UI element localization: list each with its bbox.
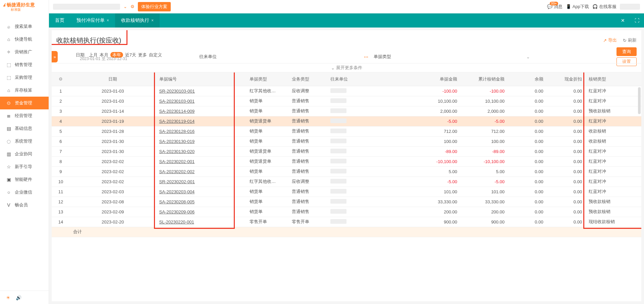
table-row[interactable]: 22023-01-03SA-20230103-001销货单普通销售10,100.… xyxy=(52,96,641,106)
sidebar-item-9[interactable]: ◌系统管理 xyxy=(0,135,49,148)
sidebar-item-icon: ⌂ xyxy=(6,88,11,93)
sidebar-item-13[interactable]: ○企业微信 xyxy=(0,186,49,199)
doc-link[interactable]: SA-20230114-009 xyxy=(159,109,195,114)
user-placeholder[interactable] xyxy=(620,4,640,10)
col-header-6[interactable]: 累计核销金额 xyxy=(461,72,508,86)
doc-link[interactable]: SA-20230203-004 xyxy=(159,189,195,194)
sidebar-item-12[interactable]: ▣智能硬件 xyxy=(0,173,49,186)
doc-link[interactable]: SA-20230202-002 xyxy=(159,169,195,174)
sidebar-item-icon: ▤ xyxy=(6,126,11,131)
sidebar-item-label: 销售管理 xyxy=(15,62,32,68)
table-row[interactable]: 102023-02-02SR-20230202-001红字其他收…应收调整-5.… xyxy=(52,176,641,187)
sidebar-item-8[interactable]: ▤基础信息 xyxy=(0,122,49,135)
doc-link[interactable]: SA-20230130-019 xyxy=(159,139,195,144)
sidebar-item-3[interactable]: ⬚销售管理 xyxy=(0,58,49,71)
sidebar-item-label: 畅会员 xyxy=(15,202,28,208)
doc-link[interactable]: SA-20230103-001 xyxy=(159,99,195,104)
sidebar-item-label: 经营管理 xyxy=(15,113,32,119)
col-header-8[interactable]: 现金折扣 xyxy=(547,72,585,86)
doc-link[interactable]: SR-20230103-001 xyxy=(159,89,195,94)
data-table: ⚙日期单据编号单据类型业务类型往来单位单据金额累计核销金额余额现金折扣核销类型 … xyxy=(52,72,641,237)
sidebar-item-icon: ≣ xyxy=(6,113,11,118)
sidebar-item-label: 搜索菜单 xyxy=(15,23,32,30)
sidebar-item-6[interactable]: ⊙资金管理 xyxy=(0,97,49,109)
doc-link[interactable]: SA-20230128-016 xyxy=(159,129,195,134)
unit-picker-icon[interactable]: ⋯ xyxy=(364,54,369,59)
tab-1[interactable]: 预付冲应付单× xyxy=(70,13,115,28)
refresh-button[interactable]: ↻ 刷新 xyxy=(623,37,637,43)
tab-2[interactable]: 收款核销执行× xyxy=(115,13,160,28)
col-header-9[interactable]: 核销类型 xyxy=(585,72,641,86)
unit-placeholder xyxy=(330,199,346,204)
col-header-1[interactable]: 单据编号 xyxy=(156,72,246,86)
table-scrollbar[interactable] xyxy=(638,87,641,114)
table-row[interactable]: 122023-02-08SA-20230208-005销货单普通销售33,330… xyxy=(52,197,641,207)
table-row[interactable]: 112023-02-03SA-20230203-004销货单普通销售101.00… xyxy=(52,187,641,197)
sidebar-item-5[interactable]: ⌂库存核算 xyxy=(0,84,49,97)
sound-icon[interactable]: 🔊 xyxy=(16,295,21,300)
brand-icon: 𝒷 xyxy=(3,2,5,8)
company-chevron-down-icon[interactable]: ⌄ xyxy=(123,4,127,9)
unit-placeholder xyxy=(330,139,346,143)
table-row[interactable]: 72023-01-30SA-20230130-020销货退货单普通销售-89.0… xyxy=(52,146,641,156)
type-chevron-down-icon[interactable]: ⌄ xyxy=(526,54,530,59)
fullscreen-icon[interactable]: ⛶ xyxy=(630,13,644,28)
doc-link[interactable]: SA-20230119-014 xyxy=(159,119,195,124)
tab-0[interactable]: 首页 xyxy=(49,13,70,28)
theme-icon[interactable]: ☀ xyxy=(6,295,10,300)
company-settings-icon[interactable]: ⚙ xyxy=(130,4,135,9)
sidebar-item-11[interactable]: ☆新手引导 xyxy=(0,160,49,173)
sidebar-item-icon: ✧ xyxy=(6,49,11,55)
sidebar-item-icon: ☆ xyxy=(6,164,11,169)
col-header-0[interactable]: 日期 xyxy=(70,72,156,86)
tab-close-all-icon[interactable]: ✕ xyxy=(616,13,630,28)
filter-collapse-icon[interactable]: » xyxy=(52,51,58,62)
col-header-5[interactable]: 单据金额 xyxy=(422,72,461,86)
col-header-7[interactable]: 余额 xyxy=(508,72,546,86)
title-bar: 收款核销执行(按应收) ↗ 导出 ↻ 刷新 xyxy=(52,30,641,50)
sidebar-item-7[interactable]: ≣经营管理 xyxy=(0,109,49,122)
col-header-3[interactable]: 业务类型 xyxy=(288,72,327,86)
app-download-link[interactable]: 📱 App下载 xyxy=(566,4,589,10)
table-row[interactable]: 132023-02-09SA-20230209-006销货单普通销售200.00… xyxy=(52,207,641,217)
sidebar-item-1[interactable]: ⌂快捷导航 xyxy=(0,33,49,46)
table-row[interactable]: 142023-02-20SL-20230220-001零售开单零售开单900.0… xyxy=(52,217,641,227)
tab-close-icon[interactable]: × xyxy=(107,18,109,23)
doc-link[interactable]: SR-20230202-001 xyxy=(159,179,195,184)
sidebar-item-label: 库存核算 xyxy=(15,87,32,93)
table-row[interactable]: 42023-01-19SA-20230119-014销货退货单普通销售-5.00… xyxy=(52,116,641,126)
filter-bar: » 日期 上月本月本年近7天更多自定义 2023-01-01 至 2023-12… xyxy=(52,50,641,63)
sidebar-item-4[interactable]: ⬚采购管理 xyxy=(0,71,49,84)
table-row[interactable]: 92023-02-02SA-20230202-002销货单普通销售5.005.0… xyxy=(52,166,641,176)
table-row[interactable]: 32023-01-14SA-20230114-009销货单普通销售2,000.0… xyxy=(52,106,641,116)
unit-input[interactable] xyxy=(221,54,364,59)
experience-button[interactable]: 体验行业方案 xyxy=(138,2,171,11)
unit-placeholder xyxy=(330,149,346,153)
sidebar-item-icon: ◌ xyxy=(6,139,11,144)
online-service-link[interactable]: 🎧 在线客服 xyxy=(592,4,616,10)
messages-link[interactable]: 99+💬 消息 xyxy=(547,4,562,10)
sidebar-item-14[interactable]: V畅会员 xyxy=(0,199,49,211)
export-button[interactable]: ↗ 导出 xyxy=(603,37,617,43)
unit-label: 往来单位 xyxy=(199,54,217,60)
col-header-4[interactable]: 往来单位 xyxy=(327,72,422,86)
doc-link[interactable]: SL-20230220-001 xyxy=(159,219,194,224)
doc-link[interactable]: SA-20230209-006 xyxy=(159,209,195,214)
topbar: ⌄ ⚙ 体验行业方案 99+💬 消息 📱 App下载 🎧 在线客服 xyxy=(49,0,644,13)
col-header-2[interactable]: 单据类型 xyxy=(246,72,288,86)
sidebar-item-icon: ⊙ xyxy=(6,100,11,106)
tab-close-icon[interactable]: × xyxy=(151,18,154,23)
doc-link[interactable]: SA-20230208-005 xyxy=(159,199,195,204)
table-row[interactable]: 82023-02-02SA-20230202-001销货退货单普通销售-10,1… xyxy=(52,156,641,166)
table-row[interactable]: 52023-01-28SA-20230128-016销货单普通销售712.007… xyxy=(52,126,641,136)
sidebar-item-0[interactable]: ⌕搜索菜单 xyxy=(0,20,49,33)
table-row[interactable]: 62023-01-30SA-20230130-019销货单普通销售100.001… xyxy=(52,136,641,146)
expand-filters[interactable]: ⌄展开更多条件 xyxy=(52,63,641,72)
doc-link[interactable]: SA-20230130-020 xyxy=(159,149,195,154)
sidebar-item-2[interactable]: ✧营销推广 xyxy=(0,46,49,58)
sidebar-item-icon: ⌂ xyxy=(6,37,11,42)
table-row[interactable]: 12023-01-03SR-20230103-001红字其他收…应收调整-100… xyxy=(52,86,641,96)
sidebar-item-10[interactable]: ▥企业协同 xyxy=(0,148,49,160)
doc-link[interactable]: SA-20230202-001 xyxy=(159,159,195,164)
table-settings-icon[interactable]: ⚙ xyxy=(59,77,63,82)
